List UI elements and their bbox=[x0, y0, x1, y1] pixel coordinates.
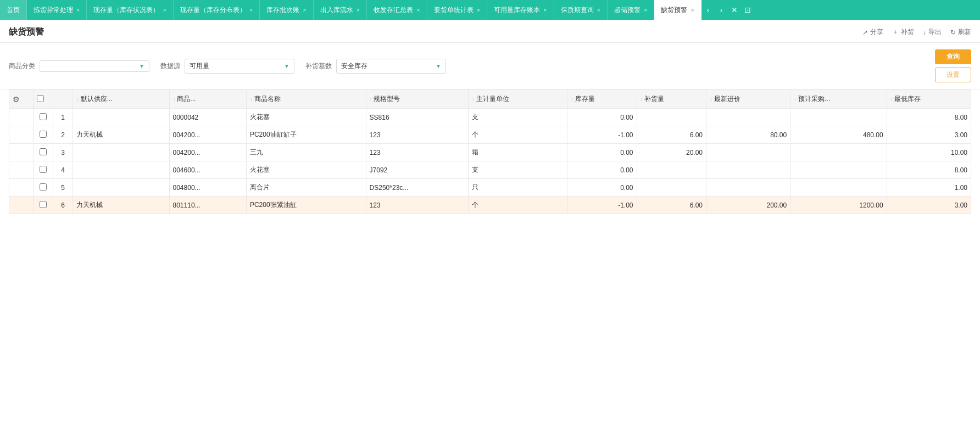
row-spec-5: 123 bbox=[366, 197, 468, 214]
export-button[interactable]: ↓ 导出 bbox=[923, 27, 942, 37]
row-settings-0[interactable] bbox=[9, 109, 34, 126]
row-code-5: 801110... bbox=[169, 197, 246, 214]
datasource-select-value: 可用量 bbox=[190, 61, 277, 71]
tab-nav-next[interactable]: › bbox=[715, 0, 728, 20]
col-header-unit[interactable]: 主计量单位 bbox=[469, 90, 567, 109]
row-checkbox-cell-4[interactable] bbox=[34, 179, 53, 197]
tab-close-available-ledger[interactable]: × bbox=[543, 7, 547, 13]
tab-close-batch[interactable]: × bbox=[303, 7, 306, 13]
category-select[interactable]: ▼ bbox=[40, 60, 149, 72]
row-checkbox-cell-2[interactable] bbox=[34, 144, 53, 161]
tab-order-stats[interactable]: 要货单统计表 × bbox=[427, 0, 487, 20]
col-header-supplier[interactable]: 默认供应... bbox=[73, 90, 170, 109]
row-latest-price-2 bbox=[706, 144, 790, 161]
query-button[interactable]: 查询 bbox=[935, 49, 971, 64]
table-row: 1 0000042 火花塞 SS816 支 0.00 8.00 bbox=[9, 109, 971, 126]
row-settings-5[interactable] bbox=[9, 197, 34, 214]
replenish-base-label: 补货基数 bbox=[305, 61, 332, 71]
row-latest-price-1: 80.00 bbox=[706, 126, 790, 144]
table-row: 6 力天机械 801110... PC200张紧油缸 123 个 -1.00 6… bbox=[9, 197, 971, 214]
row-supplier-5: 力天机械 bbox=[73, 197, 170, 214]
row-checkbox-0[interactable] bbox=[40, 113, 47, 120]
row-checkbox-2[interactable] bbox=[40, 148, 47, 155]
replenish-base-filter-group: 补货基数 安全库存 ▼ bbox=[305, 59, 446, 74]
tab-close-shortage[interactable]: × bbox=[691, 7, 694, 13]
tab-available-ledger[interactable]: 可用量库存账本 × bbox=[487, 0, 554, 20]
tab-inout-flow[interactable]: 出入库流水 × bbox=[314, 0, 367, 20]
row-settings-4[interactable] bbox=[9, 179, 34, 197]
col-header-stock[interactable]: 库存量 bbox=[567, 90, 637, 109]
tab-close-inout-flow[interactable]: × bbox=[357, 7, 360, 13]
main-content: 缺货预警 ↗ 分享 ＋ 补货 ↓ 导出 ↻ 刷新 商品分类 bbox=[0, 20, 980, 437]
row-checkbox-4[interactable] bbox=[40, 183, 47, 191]
row-est-purchase-5: 1200.00 bbox=[790, 197, 887, 214]
row-index-0: 1 bbox=[53, 109, 73, 126]
tab-shortage[interactable]: 缺货预警 × bbox=[654, 0, 701, 20]
row-settings-1[interactable] bbox=[9, 126, 34, 144]
col-header-index bbox=[53, 90, 73, 109]
row-unit-0: 支 bbox=[469, 109, 567, 126]
tab-close-exception[interactable]: × bbox=[76, 7, 80, 13]
tab-nav-prev[interactable]: ‹ bbox=[701, 0, 715, 20]
header-actions: ↗ 分享 ＋ 补货 ↓ 导出 ↻ 刷新 bbox=[862, 27, 971, 37]
refresh-button[interactable]: ↻ 刷新 bbox=[950, 27, 971, 37]
col-header-min-stock[interactable]: 最低库存 bbox=[887, 90, 971, 109]
row-name-0: 火花塞 bbox=[246, 109, 366, 126]
replenish-button[interactable]: ＋ 补货 bbox=[892, 27, 914, 37]
select-all-checkbox[interactable] bbox=[37, 95, 44, 102]
row-min-stock-5: 3.00 bbox=[887, 197, 971, 214]
tab-batch[interactable]: 库存批次账 × bbox=[260, 0, 313, 20]
row-checkbox-3[interactable] bbox=[40, 166, 47, 173]
tab-receipt-summary[interactable]: 收发存汇总表 × bbox=[367, 0, 427, 20]
settings-button[interactable]: 设置 bbox=[935, 68, 971, 82]
row-spec-0: SS816 bbox=[366, 109, 468, 126]
gear-icon[interactable]: ⚙ bbox=[13, 95, 20, 104]
row-latest-price-3 bbox=[706, 161, 790, 179]
row-supplier-0 bbox=[73, 109, 170, 126]
col-header-code[interactable]: 商品... bbox=[169, 90, 246, 109]
row-settings-3[interactable] bbox=[9, 161, 34, 179]
row-checkbox-cell-5[interactable] bbox=[34, 197, 53, 214]
table-body: 1 0000042 火花塞 SS816 支 0.00 8.00 2 力天机械 0… bbox=[9, 109, 971, 214]
tab-close-receipt-summary[interactable]: × bbox=[416, 7, 420, 13]
datasource-select[interactable]: 可用量 ▼ bbox=[185, 59, 294, 74]
col-header-checkbox[interactable] bbox=[34, 90, 53, 109]
row-checkbox-cell-0[interactable] bbox=[34, 109, 53, 126]
page-title: 缺货预警 bbox=[9, 26, 44, 38]
replenish-base-select-arrow-icon: ▼ bbox=[436, 63, 441, 69]
tab-nav-close[interactable]: ✕ bbox=[728, 0, 741, 20]
col-header-settings[interactable]: ⚙ bbox=[9, 90, 34, 109]
tab-close-expiry[interactable]: × bbox=[597, 7, 600, 13]
tab-exception[interactable]: 拣货异常处理 × bbox=[27, 0, 87, 20]
col-header-est-purchase[interactable]: 预计采购... bbox=[790, 90, 887, 109]
tab-close-inventory-status[interactable]: × bbox=[163, 7, 166, 13]
datasource-select-arrow-icon: ▼ bbox=[284, 63, 289, 69]
table-header-row: ⚙ 默认供应... 商品... 商品名称 bbox=[9, 90, 971, 109]
tab-close-order-stats[interactable]: × bbox=[477, 7, 480, 13]
tab-expiry[interactable]: 保质期查询 × bbox=[554, 0, 608, 20]
col-header-replenish[interactable]: 补货量 bbox=[637, 90, 706, 109]
tab-inventory-dist[interactable]: 现存量（库存分布表） × bbox=[174, 0, 260, 20]
col-header-spec[interactable]: 规格型号 bbox=[366, 90, 468, 109]
row-checkbox-cell-3[interactable] bbox=[34, 161, 53, 179]
refresh-icon: ↻ bbox=[950, 29, 956, 36]
row-checkbox-5[interactable] bbox=[40, 201, 47, 208]
col-header-name[interactable]: 商品名称 bbox=[246, 90, 366, 109]
row-checkbox-cell-1[interactable] bbox=[34, 126, 53, 144]
tab-close-inventory-dist[interactable]: × bbox=[249, 7, 253, 13]
tab-overstock[interactable]: 超储预警 × bbox=[608, 0, 654, 20]
col-header-latest-price[interactable]: 最新进价 bbox=[706, 90, 790, 109]
row-latest-price-0 bbox=[706, 109, 790, 126]
tab-close-overstock[interactable]: × bbox=[644, 7, 647, 13]
tab-nav-maximize[interactable]: ⊡ bbox=[741, 0, 754, 20]
row-checkbox-1[interactable] bbox=[40, 131, 47, 138]
replenish-base-select[interactable]: 安全库存 ▼ bbox=[336, 59, 446, 74]
row-index-1: 2 bbox=[53, 126, 73, 144]
tab-inventory-status[interactable]: 现存量（库存状况表） × bbox=[87, 0, 173, 20]
row-name-5: PC200张紧油缸 bbox=[246, 197, 366, 214]
share-button[interactable]: ↗ 分享 bbox=[862, 27, 883, 37]
row-settings-2[interactable] bbox=[9, 144, 34, 161]
data-table: ⚙ 默认供应... 商品... 商品名称 bbox=[9, 89, 971, 214]
category-label: 商品分类 bbox=[9, 61, 35, 71]
tab-home[interactable]: 首页 bbox=[0, 0, 27, 20]
